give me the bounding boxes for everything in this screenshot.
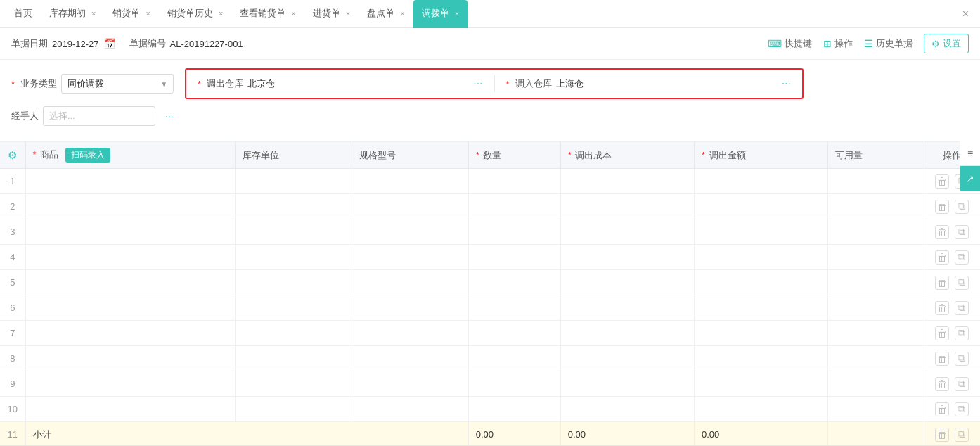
delete-row-icon[interactable]: 🗑 xyxy=(935,402,949,416)
cell-product[interactable] xyxy=(25,219,235,245)
tab-home[interactable]: 首页 xyxy=(6,0,41,28)
cell-amount[interactable] xyxy=(694,346,827,371)
close-all-tabs[interactable]: × xyxy=(957,5,974,23)
cell-qty[interactable] xyxy=(468,397,560,422)
delete-row-icon[interactable]: 🗑 xyxy=(935,352,949,366)
cell-product[interactable] xyxy=(25,169,235,194)
th-settings[interactable]: ⚙ xyxy=(0,142,25,169)
cell-unit[interactable] xyxy=(235,295,352,321)
cell-product[interactable] xyxy=(25,371,235,397)
tab-inventory-init[interactable]: 库存期初 × xyxy=(41,0,104,28)
operate-btn[interactable]: ⊞ 操作 xyxy=(823,37,853,50)
cell-amount[interactable] xyxy=(694,270,827,295)
settings-btn[interactable]: ⚙ 设置 xyxy=(924,34,969,53)
cell-amount[interactable] xyxy=(694,194,827,219)
cell-amount[interactable] xyxy=(694,245,827,270)
cell-spec[interactable] xyxy=(352,295,468,321)
cell-qty[interactable] xyxy=(468,270,560,295)
copy-row-icon[interactable]: ⧉ xyxy=(955,301,969,315)
cell-amount[interactable] xyxy=(694,169,827,194)
cell-amount[interactable] xyxy=(694,219,827,245)
cell-unit[interactable] xyxy=(235,270,352,295)
cell-cost[interactable] xyxy=(560,219,694,245)
cell-unit[interactable] xyxy=(235,219,352,245)
tab-stocktake-close[interactable]: × xyxy=(400,9,404,18)
table-scroll-area[interactable]: ⚙ * 商品 扫码录入 库存单位 规格型号 * 数量 xyxy=(0,142,980,446)
cell-spec[interactable] xyxy=(352,371,468,397)
cell-spec[interactable] xyxy=(352,397,468,422)
tab-purchase[interactable]: 进货单 × xyxy=(304,0,359,28)
sidebar-doc-icon[interactable]: ≡ xyxy=(960,141,980,166)
cell-cost[interactable] xyxy=(560,397,694,422)
tab-sales-order[interactable]: 销货单 × xyxy=(104,0,158,28)
copy-row-icon[interactable]: ⧉ xyxy=(955,352,969,366)
cell-cost[interactable] xyxy=(560,321,694,346)
handler-more[interactable]: ··· xyxy=(165,110,174,122)
delete-row-icon[interactable]: 🗑 xyxy=(935,276,949,290)
cell-available[interactable] xyxy=(828,346,924,371)
cell-qty[interactable] xyxy=(468,245,560,270)
tab-stocktake[interactable]: 盘点单 × xyxy=(359,0,413,28)
cell-qty[interactable] xyxy=(468,219,560,245)
cell-unit[interactable] xyxy=(235,169,352,194)
scan-btn[interactable]: 扫码录入 xyxy=(65,148,110,163)
tab-transfer[interactable]: 调拨单 × xyxy=(413,0,468,28)
cell-spec[interactable] xyxy=(352,346,468,371)
delete-row-icon[interactable]: 🗑 xyxy=(935,250,949,265)
cell-cost[interactable] xyxy=(560,194,694,219)
cell-available[interactable] xyxy=(828,397,924,422)
delete-row-icon[interactable]: 🗑 xyxy=(935,174,949,189)
cell-available[interactable] xyxy=(828,219,924,245)
delete-row-icon[interactable]: 🗑 xyxy=(935,200,949,214)
cell-product[interactable] xyxy=(25,245,235,270)
cell-cost[interactable] xyxy=(560,245,694,270)
copy-row-icon[interactable]: ⧉ xyxy=(955,326,969,340)
cell-qty[interactable] xyxy=(468,169,560,194)
cell-available[interactable] xyxy=(828,295,924,321)
cell-cost[interactable] xyxy=(560,169,694,194)
delete-row-icon[interactable]: 🗑 xyxy=(935,301,949,315)
delete-row-icon[interactable]: 🗑 xyxy=(935,326,949,340)
copy-row-icon[interactable]: ⧉ xyxy=(955,402,969,416)
cell-cost[interactable] xyxy=(560,371,694,397)
history-btn[interactable]: ☰ 历史单据 xyxy=(864,37,913,50)
cell-spec[interactable] xyxy=(352,219,468,245)
copy-row-icon[interactable]: ⧉ xyxy=(955,200,969,214)
cell-product[interactable] xyxy=(25,346,235,371)
cell-unit[interactable] xyxy=(235,346,352,371)
business-type-select[interactable]: 同价调拨 ▼ xyxy=(61,74,174,94)
cell-product[interactable] xyxy=(25,270,235,295)
cell-spec[interactable] xyxy=(352,194,468,219)
cell-available[interactable] xyxy=(828,371,924,397)
sidebar-export-icon[interactable]: ↗ xyxy=(960,166,980,191)
calendar-icon[interactable]: 📅 xyxy=(103,38,115,49)
transfer-out-more[interactable]: ··· xyxy=(473,77,482,90)
cell-available[interactable] xyxy=(828,169,924,194)
cell-unit[interactable] xyxy=(235,321,352,346)
copy-row-icon[interactable]: ⧉ xyxy=(955,225,969,239)
tab-inventory-init-close[interactable]: × xyxy=(91,9,96,18)
cell-cost[interactable] xyxy=(560,346,694,371)
cell-available[interactable] xyxy=(828,321,924,346)
cell-cost[interactable] xyxy=(560,295,694,321)
cell-product[interactable] xyxy=(25,397,235,422)
delete-icon[interactable]: 🗑 xyxy=(935,428,949,442)
cell-unit[interactable] xyxy=(235,397,352,422)
copy-icon[interactable]: ⧉ xyxy=(955,428,969,442)
copy-row-icon[interactable]: ⧉ xyxy=(955,250,969,265)
cell-product[interactable] xyxy=(25,321,235,346)
tab-view-sales[interactable]: 查看销货单 × xyxy=(231,0,304,28)
cell-qty[interactable] xyxy=(468,321,560,346)
transfer-in-more[interactable]: ··· xyxy=(782,77,791,90)
cell-qty[interactable] xyxy=(468,371,560,397)
cell-spec[interactable] xyxy=(352,270,468,295)
cell-product[interactable] xyxy=(25,295,235,321)
copy-row-icon[interactable]: ⧉ xyxy=(955,276,969,290)
cell-unit[interactable] xyxy=(235,371,352,397)
cell-product[interactable] xyxy=(25,194,235,219)
handler-select[interactable]: 选择... xyxy=(43,106,155,126)
cell-cost[interactable] xyxy=(560,270,694,295)
cell-available[interactable] xyxy=(828,245,924,270)
cell-amount[interactable] xyxy=(694,295,827,321)
cell-unit[interactable] xyxy=(235,194,352,219)
